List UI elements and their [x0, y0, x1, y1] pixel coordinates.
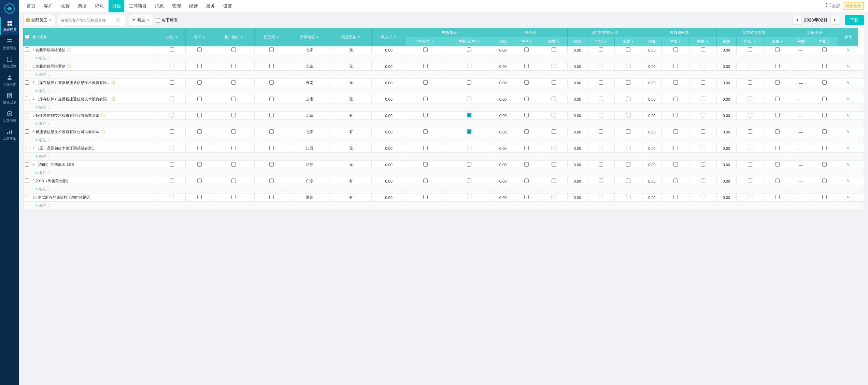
city-declare-checkbox[interactable]	[599, 113, 603, 117]
annual-checkbox[interactable]	[423, 129, 428, 134]
confirm-checkbox[interactable]	[231, 80, 236, 85]
paid-checkbox[interactable]	[269, 129, 274, 134]
qingka-checkbox[interactable]	[197, 113, 202, 117]
confirm-checkbox[interactable]	[231, 64, 236, 68]
stamp-declare-checkbox[interactable]	[822, 113, 827, 117]
city-pay-checkbox[interactable]	[626, 97, 630, 101]
ledu-declare-checkbox[interactable]	[748, 113, 752, 117]
nav-service[interactable]: 服务	[203, 0, 218, 12]
chaoshui-checkbox[interactable]	[170, 47, 174, 52]
chaoshui-checkbox[interactable]	[170, 64, 174, 68]
nav-operate[interactable]: 经营	[186, 0, 201, 12]
vat-pay-checkbox[interactable]	[552, 113, 556, 117]
row-checkbox[interactable]	[25, 146, 29, 150]
remark-edit-icon[interactable]: ✎	[35, 56, 38, 60]
qingka-checkbox[interactable]	[197, 129, 202, 134]
chaoshui-checkbox[interactable]	[170, 195, 174, 199]
row-checkbox[interactable]	[25, 179, 29, 183]
vat-declare-checkbox[interactable]	[524, 47, 529, 52]
vat-pay-checkbox[interactable]	[552, 162, 556, 167]
qingka-checkbox[interactable]	[197, 146, 202, 150]
stamp-declare-checkbox[interactable]	[822, 47, 827, 52]
remark-edit-icon[interactable]: ✎	[35, 73, 38, 76]
row-checkbox[interactable]	[25, 97, 29, 101]
edu-declare-checkbox[interactable]	[673, 97, 678, 101]
ledu-declare-checkbox[interactable]	[748, 129, 752, 134]
row-checkbox[interactable]	[25, 47, 29, 52]
paid-checkbox[interactable]	[269, 47, 274, 52]
city-pay-checkbox[interactable]	[626, 47, 630, 52]
edu-declare-checkbox[interactable]	[673, 80, 678, 85]
edu-pay-checkbox[interactable]	[701, 97, 705, 101]
sidebar-item-bss[interactable]: 报税设置	[0, 17, 19, 35]
city-pay-checkbox[interactable]	[626, 129, 630, 134]
monthly-checkbox[interactable]	[467, 162, 471, 167]
remark-edit-icon[interactable]: ✎	[35, 138, 38, 142]
row-checkbox[interactable]	[25, 162, 29, 167]
sidebar-item-gnb[interactable]: 工商年报	[0, 126, 19, 144]
qingka-checkbox[interactable]	[197, 97, 202, 101]
edu-pay-checkbox[interactable]	[701, 162, 705, 167]
edu-declare-checkbox[interactable]	[673, 64, 678, 68]
confirm-checkbox[interactable]	[231, 47, 236, 52]
nav-settings[interactable]: 设置	[220, 0, 236, 12]
city-declare-checkbox[interactable]	[599, 80, 603, 85]
vat-declare-checkbox[interactable]	[524, 97, 529, 101]
ledu-pay-checkbox[interactable]	[775, 97, 780, 101]
city-declare-checkbox[interactable]	[599, 47, 603, 52]
stamp-declare-checkbox[interactable]	[822, 97, 827, 101]
ledu-declare-checkbox[interactable]	[748, 80, 752, 85]
paid-checkbox[interactable]	[269, 179, 274, 183]
edit-icon[interactable]: ✎	[846, 195, 850, 199]
paid-checkbox[interactable]	[269, 195, 274, 199]
nav-fee[interactable]: 收费	[57, 0, 73, 12]
confirm-checkbox[interactable]	[231, 195, 236, 199]
remark-edit-icon[interactable]: ✎	[35, 204, 38, 208]
vat-pay-checkbox[interactable]	[552, 47, 556, 52]
next-month-button[interactable]	[830, 16, 839, 25]
checkbox-label[interactable]: 名下标表	[156, 17, 178, 23]
paid-checkbox[interactable]	[269, 97, 274, 101]
city-declare-checkbox[interactable]	[599, 195, 603, 199]
stamp-declare-checkbox[interactable]	[822, 146, 827, 150]
annual-checkbox[interactable]	[423, 97, 428, 101]
sidebar-item-gsbs[interactable]: 个税申报	[0, 71, 19, 89]
edit-icon[interactable]: ✎	[846, 146, 850, 150]
sidebar-item-bspl[interactable]: 报税浏览	[0, 53, 19, 71]
monthly-checkbox[interactable]	[467, 64, 471, 68]
stamp-declare-checkbox[interactable]	[822, 179, 827, 183]
qingka-checkbox[interactable]	[197, 47, 202, 52]
edu-pay-checkbox[interactable]	[701, 146, 705, 150]
ledu-pay-checkbox[interactable]	[775, 146, 780, 150]
info-icon[interactable]: ⓘ	[67, 64, 71, 68]
paid-checkbox[interactable]	[269, 80, 274, 85]
vat-pay-checkbox[interactable]	[552, 80, 556, 85]
monthly-checkbox[interactable]	[467, 97, 471, 101]
vat-pay-checkbox[interactable]	[552, 179, 556, 183]
edit-icon[interactable]: ✎	[846, 113, 850, 117]
info-icon[interactable]: ⓘ	[67, 48, 71, 52]
remark-edit-icon[interactable]: ✎	[35, 122, 38, 126]
remark-edit-icon[interactable]: ✎	[35, 171, 38, 175]
edit-icon[interactable]: ✎	[846, 130, 850, 134]
paid-checkbox[interactable]	[269, 64, 274, 68]
chaoshui-checkbox[interactable]	[170, 179, 174, 183]
chaoshui-checkbox[interactable]	[170, 97, 174, 101]
chaoshui-checkbox[interactable]	[170, 129, 174, 134]
vat-pay-checkbox[interactable]	[552, 97, 556, 101]
ledu-pay-checkbox[interactable]	[775, 162, 780, 167]
annual-checkbox[interactable]	[423, 64, 428, 68]
city-pay-checkbox[interactable]	[626, 179, 630, 183]
sidebar-item-bsjl[interactable]: 报税记录	[0, 89, 19, 108]
nav-msg[interactable]: 消息	[152, 0, 167, 12]
city-pay-checkbox[interactable]	[626, 195, 630, 199]
ledu-declare-checkbox[interactable]	[748, 47, 752, 52]
monthly-checkbox[interactable]	[467, 113, 471, 117]
edu-declare-checkbox[interactable]	[673, 113, 678, 117]
confirm-checkbox[interactable]	[231, 146, 236, 150]
city-pay-checkbox[interactable]	[626, 162, 630, 167]
sidebar-item-plbs[interactable]: 批量报税	[0, 35, 19, 53]
monthly-checkbox[interactable]	[467, 80, 471, 85]
ledu-pay-checkbox[interactable]	[775, 80, 780, 85]
city-pay-checkbox[interactable]	[626, 80, 630, 85]
